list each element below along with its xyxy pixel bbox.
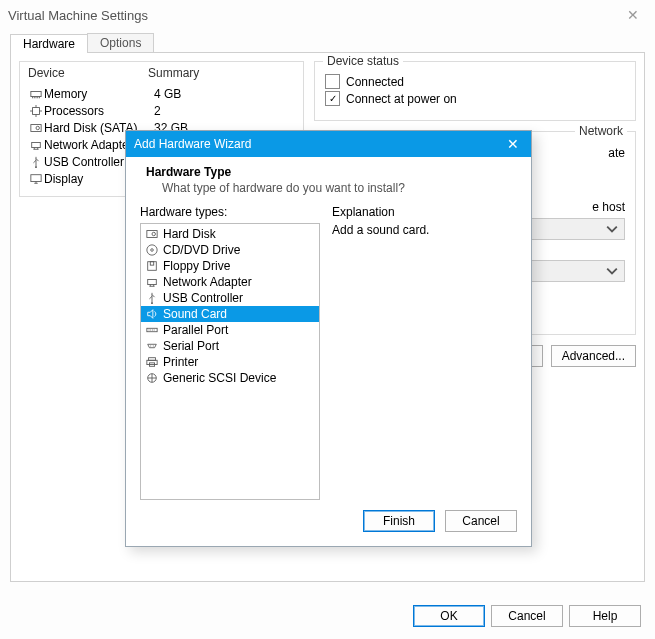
help-button[interactable]: Help: [569, 605, 641, 627]
wizard-close-icon[interactable]: ✕: [503, 136, 523, 152]
device-row[interactable]: Processors2: [28, 103, 295, 119]
cancel-button[interactable]: Cancel: [491, 605, 563, 627]
net-icon: [145, 276, 159, 288]
serial-icon: [145, 340, 159, 352]
floppy-icon: [145, 260, 159, 272]
svg-point-14: [151, 302, 153, 304]
hw-type-item[interactable]: USB Controller: [141, 290, 319, 306]
chevron-down-icon: [606, 223, 618, 235]
hw-type-item[interactable]: Serial Port: [141, 338, 319, 354]
hw-type-item[interactable]: Floppy Drive: [141, 258, 319, 274]
hw-type-item[interactable]: CD/DVD Drive: [141, 242, 319, 258]
wizard-title: Add Hardware Wizard: [134, 137, 251, 151]
hw-types-list[interactable]: Hard DiskCD/DVD DriveFloppy DriveNetwork…: [140, 223, 320, 500]
tab-hardware[interactable]: Hardware: [10, 34, 88, 53]
hw-type-label: Hard Disk: [163, 227, 216, 241]
scsi-icon: [145, 372, 159, 384]
svg-point-3: [36, 126, 39, 129]
summary-col-header: Summary: [148, 66, 295, 80]
hdd-icon: [145, 228, 159, 240]
hw-type-label: CD/DVD Drive: [163, 243, 240, 257]
advanced-button[interactable]: Advanced...: [551, 345, 636, 367]
wizard-header: Hardware Type What type of hardware do y…: [126, 157, 531, 205]
finish-button[interactable]: Finish: [363, 510, 435, 532]
window-title: Virtual Machine Settings: [8, 8, 148, 23]
close-icon[interactable]: ✕: [619, 5, 647, 25]
hw-type-item[interactable]: Sound Card: [141, 306, 319, 322]
device-name: Processors: [44, 104, 154, 118]
parallel-icon: [145, 324, 159, 336]
connect-at-poweron-checkbox[interactable]: [325, 91, 340, 106]
hw-type-item[interactable]: Parallel Port: [141, 322, 319, 338]
device-row[interactable]: Memory4 GB: [28, 86, 295, 102]
hw-type-item[interactable]: Hard Disk: [141, 226, 319, 242]
printer-icon: [145, 356, 159, 368]
memory-icon: [28, 88, 44, 100]
wizard-subheading: What type of hardware do you want to ins…: [146, 181, 511, 195]
chevron-down-icon: [606, 265, 618, 277]
hw-type-label: Printer: [163, 355, 198, 369]
device-col-header: Device: [28, 66, 148, 80]
usb-icon: [145, 292, 159, 304]
titlebar: Virtual Machine Settings ✕: [0, 0, 655, 30]
dialog-buttons: OK Cancel Help: [413, 605, 641, 627]
device-summary: 4 GB: [154, 87, 295, 101]
display-icon: [28, 173, 44, 185]
hw-type-item[interactable]: Network Adapter: [141, 274, 319, 290]
hw-type-label: USB Controller: [163, 291, 243, 305]
tab-options[interactable]: Options: [87, 33, 154, 52]
hw-type-label: Generic SCSI Device: [163, 371, 276, 385]
device-status-legend: Device status: [323, 54, 403, 68]
wizard-titlebar: Add Hardware Wizard ✕: [126, 131, 531, 157]
device-summary: 2: [154, 104, 295, 118]
svg-rect-6: [31, 175, 41, 182]
svg-rect-13: [148, 279, 157, 284]
hw-type-label: Parallel Port: [163, 323, 228, 337]
net-icon: [28, 139, 44, 151]
device-name: Memory: [44, 87, 154, 101]
svg-point-10: [151, 249, 154, 252]
svg-rect-11: [148, 262, 157, 271]
network-legend: Network: [575, 124, 627, 138]
svg-point-9: [147, 245, 157, 255]
hw-type-label: Serial Port: [163, 339, 219, 353]
usb-icon: [28, 156, 44, 168]
svg-rect-1: [33, 108, 40, 115]
device-status-group: Device status Connected Connect at power…: [314, 61, 636, 121]
cd-icon: [145, 244, 159, 256]
svg-rect-12: [150, 262, 153, 265]
connect-at-poweron-label: Connect at power on: [346, 92, 457, 106]
wizard-heading: Hardware Type: [146, 165, 511, 179]
connected-checkbox[interactable]: [325, 74, 340, 89]
wizard-footer: Finish Cancel: [126, 500, 531, 546]
add-hardware-wizard: Add Hardware Wizard ✕ Hardware Type What…: [125, 130, 532, 547]
hw-type-label: Sound Card: [163, 307, 227, 321]
wizard-cancel-button[interactable]: Cancel: [445, 510, 517, 532]
svg-point-8: [152, 232, 155, 235]
svg-rect-4: [32, 142, 41, 147]
hw-type-label: Network Adapter: [163, 275, 252, 289]
wizard-body: Hardware types: Hard DiskCD/DVD DriveFlo…: [126, 205, 531, 500]
cpu-icon: [28, 105, 44, 117]
explanation-text: Add a sound card.: [332, 223, 517, 237]
hw-types-label: Hardware types:: [140, 205, 320, 219]
svg-rect-0: [31, 91, 41, 96]
hdd-icon: [28, 122, 44, 134]
explanation-label: Explanation: [332, 205, 517, 219]
hw-type-label: Floppy Drive: [163, 259, 230, 273]
hw-type-item[interactable]: Generic SCSI Device: [141, 370, 319, 386]
tab-strip: Hardware Options: [10, 32, 645, 52]
connected-label: Connected: [346, 75, 404, 89]
sound-icon: [145, 308, 159, 320]
hw-type-item[interactable]: Printer: [141, 354, 319, 370]
svg-point-5: [35, 166, 37, 168]
ok-button[interactable]: OK: [413, 605, 485, 627]
